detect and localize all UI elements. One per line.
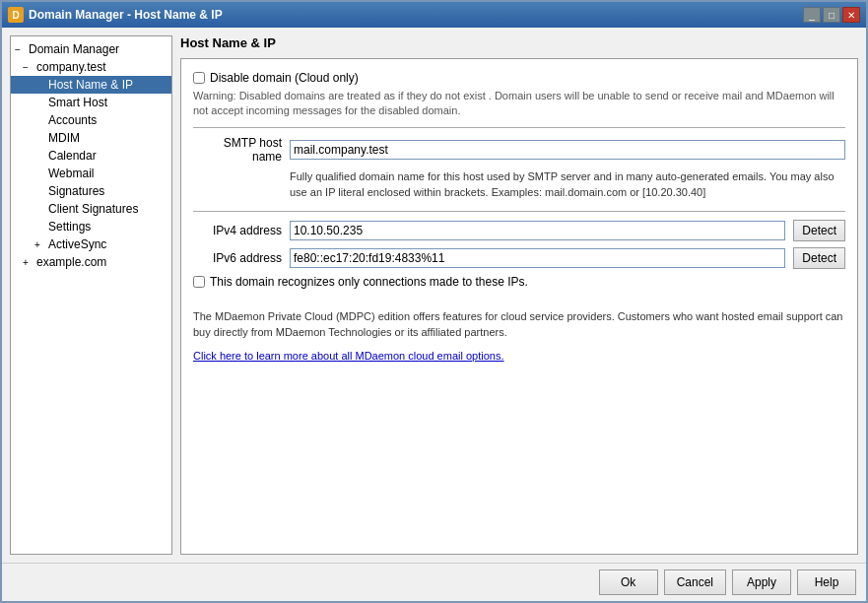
- expander-icon: +: [23, 257, 34, 268]
- connect-only-checkbox[interactable]: [193, 276, 205, 288]
- cloud-description-text: The MDaemon Private Cloud (MDPC) edition…: [193, 308, 845, 341]
- section-divider-2: [193, 211, 845, 212]
- sidebar-label: Domain Manager: [29, 42, 119, 56]
- sidebar-label: Settings: [48, 220, 91, 234]
- sidebar-item-host-name-ip[interactable]: Host Name & IP: [11, 76, 171, 94]
- bottom-bar: Ok Cancel Apply Help: [2, 563, 866, 601]
- sidebar-label: Webmail: [48, 167, 94, 180]
- maximize-button[interactable]: □: [823, 7, 840, 23]
- connect-only-row: This domain recognizes only connections …: [193, 275, 845, 289]
- sidebar-item-calendar[interactable]: Calendar: [11, 147, 171, 165]
- sidebar-label: Smart Host: [48, 96, 107, 109]
- cloud-link[interactable]: Click here to learn more about all MDaem…: [193, 350, 504, 362]
- sidebar-label: Host Name & IP: [48, 78, 133, 92]
- expander-icon: [34, 222, 46, 233]
- smtp-host-input[interactable]: [290, 140, 845, 160]
- section-divider-1: [193, 127, 845, 128]
- sidebar-label: ActiveSync: [48, 237, 106, 251]
- sidebar-item-smart-host[interactable]: Smart Host: [11, 94, 171, 111]
- sidebar-label: Calendar: [48, 149, 97, 163]
- disable-domain-label: Disable domain (Cloud only): [210, 71, 359, 85]
- close-button[interactable]: ✕: [842, 7, 860, 23]
- minimize-button[interactable]: _: [803, 7, 821, 23]
- ipv4-detect-button[interactable]: Detect: [793, 220, 845, 241]
- ipv6-row: IPv6 address Detect: [193, 247, 845, 269]
- sidebar-item-domain-manager[interactable]: − Domain Manager: [11, 40, 171, 58]
- expander-icon: [34, 98, 46, 108]
- help-button[interactable]: Help: [797, 570, 856, 595]
- expander-icon: [34, 151, 46, 162]
- expander-icon: [34, 133, 46, 144]
- expander-icon: [34, 80, 46, 91]
- sidebar-tree: − Domain Manager − company.test Host Nam…: [10, 35, 172, 555]
- app-icon: D: [8, 7, 24, 23]
- sidebar-label: Client Signatures: [48, 202, 138, 216]
- sidebar-item-webmail[interactable]: Webmail: [11, 165, 171, 182]
- sidebar-item-client-signatures[interactable]: Client Signatures: [11, 200, 171, 218]
- window-title: Domain Manager - Host Name & IP: [29, 8, 223, 22]
- sidebar-label: Signatures: [48, 184, 104, 198]
- expander-icon: [34, 168, 46, 179]
- panel-content: Disable domain (Cloud only) Warning: Dis…: [180, 58, 858, 555]
- expander-icon: [34, 204, 46, 215]
- expander-icon: [34, 186, 46, 197]
- apply-button[interactable]: Apply: [732, 570, 791, 595]
- ipv4-input[interactable]: [290, 221, 785, 240]
- title-bar: D Domain Manager - Host Name & IP _ □ ✕: [2, 2, 866, 28]
- connect-only-label: This domain recognizes only connections …: [210, 275, 528, 289]
- disable-domain-checkbox[interactable]: [193, 72, 205, 84]
- ipv6-detect-button[interactable]: Detect: [793, 247, 845, 269]
- sidebar-label: example.com: [36, 255, 106, 269]
- smtp-info-text: Fully qualified domain name for this hos…: [290, 169, 845, 201]
- cancel-button[interactable]: Cancel: [664, 570, 726, 595]
- main-window: D Domain Manager - Host Name & IP _ □ ✕ …: [0, 0, 868, 603]
- expander-icon: [34, 115, 46, 126]
- sidebar-item-accounts[interactable]: Accounts: [11, 111, 171, 129]
- main-panel: Host Name & IP Disable domain (Cloud onl…: [180, 35, 858, 555]
- window-controls: _ □ ✕: [803, 7, 860, 23]
- expander-icon: −: [23, 62, 34, 73]
- smtp-host-row: SMTP host name: [193, 136, 845, 164]
- expander-icon: +: [34, 239, 46, 250]
- ok-button[interactable]: Ok: [599, 570, 658, 595]
- sidebar-item-example-com[interactable]: + example.com: [11, 253, 171, 271]
- content-area: − Domain Manager − company.test Host Nam…: [2, 28, 866, 563]
- panel-title: Host Name & IP: [180, 35, 858, 50]
- ipv4-row: IPv4 address Detect: [193, 220, 845, 241]
- warning-text: Warning: Disabled domains are treated as…: [193, 89, 845, 119]
- sidebar-label: Accounts: [48, 113, 97, 127]
- disable-domain-row: Disable domain (Cloud only): [193, 71, 845, 85]
- ipv4-label: IPv4 address: [193, 224, 282, 237]
- sidebar-label: company.test: [36, 60, 105, 74]
- ipv6-label: IPv6 address: [193, 251, 282, 265]
- sidebar-item-mdim[interactable]: MDIM: [11, 129, 171, 147]
- title-bar-left: D Domain Manager - Host Name & IP: [8, 7, 223, 23]
- smtp-host-label: SMTP host name: [193, 136, 282, 164]
- ipv6-input[interactable]: [290, 248, 785, 268]
- sidebar-item-activesync[interactable]: + ActiveSync: [11, 235, 171, 253]
- sidebar-label: MDIM: [48, 131, 80, 145]
- sidebar-item-company-test[interactable]: − company.test: [11, 58, 171, 76]
- sidebar-item-signatures[interactable]: Signatures: [11, 182, 171, 200]
- expander-icon: −: [15, 44, 27, 55]
- sidebar-item-settings[interactable]: Settings: [11, 218, 171, 235]
